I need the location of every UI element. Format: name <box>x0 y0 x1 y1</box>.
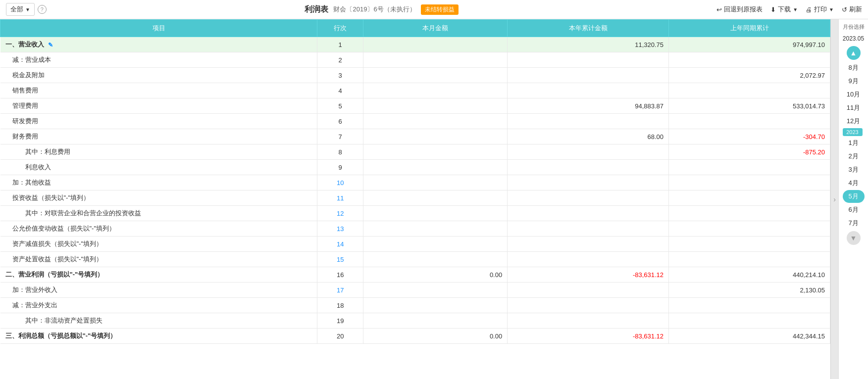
cell-prev-year: 2,072.97 <box>669 68 830 83</box>
refresh-button[interactable]: ↺ 刷新 <box>842 5 862 14</box>
month-item[interactable]: 10月 <box>843 88 865 101</box>
back-to-original-button[interactable]: ↩ 回退到原报表 <box>716 5 763 14</box>
cell-prev-year: 442,344.15 <box>669 329 830 344</box>
cell-item: 税金及附加 <box>0 68 317 83</box>
table-row: 资产减值损失（损失以"-"填列）14 <box>0 237 830 252</box>
header-prev-year: 上年同期累计 <box>669 20 830 37</box>
month-item[interactable]: 6月 <box>843 203 865 216</box>
month-item[interactable]: 4月 <box>843 177 865 190</box>
cell-prev-year <box>669 190 830 206</box>
month-item[interactable]: 11月 <box>843 101 865 114</box>
cell-current-month <box>363 206 508 221</box>
cell-prev-year <box>669 160 830 175</box>
table-row: 三、利润总额（亏损总额以"-"号填列）200.00-83,631.12442,3… <box>0 329 830 344</box>
cell-row-num[interactable]: 10 <box>317 175 363 190</box>
table-row: 财务费用768.00-304.70 <box>0 129 830 144</box>
cell-ytd <box>508 144 669 160</box>
cell-item: 资产处置收益（损失以"-"填列） <box>0 252 317 267</box>
table-row: 投资收益（损失以"-"填列）11 <box>0 190 830 206</box>
cell-row-num: 20 <box>317 329 363 344</box>
download-button[interactable]: ⬇ 下载 ▼ <box>770 5 798 14</box>
cell-item: 销售费用 <box>0 83 317 98</box>
cell-prev-year: -304.70 <box>669 129 830 144</box>
cell-item: 加：营业外收入 <box>0 283 317 298</box>
cell-item: 其中：非流动资产处置损失 <box>0 313 317 329</box>
cell-current-month <box>363 221 508 237</box>
cell-item: 管理费用 <box>0 98 317 114</box>
table-row: 其中：对联营企业和合营企业的投资收益12 <box>0 206 830 221</box>
month-item[interactable]: 5月 <box>843 190 865 203</box>
cell-prev-year <box>669 206 830 221</box>
cell-prev-year <box>669 252 830 267</box>
cell-prev-year: 440,214.10 <box>669 267 830 283</box>
cell-current-month <box>363 83 508 98</box>
download-arrow-icon: ▼ <box>793 7 798 12</box>
month-nav-down[interactable]: ▼ <box>847 231 861 245</box>
status-badge: 未结转损益 <box>421 4 459 15</box>
cell-item: 公允价值变动收益（损失以"-"填列） <box>0 221 317 237</box>
cell-row-num[interactable]: 12 <box>317 206 363 221</box>
month-item[interactable]: 9月 <box>843 75 865 88</box>
cell-ytd <box>508 206 669 221</box>
cell-ytd <box>508 175 669 190</box>
refresh-icon: ↺ <box>842 6 847 13</box>
help-icon[interactable]: ? <box>38 5 47 14</box>
cell-prev-year <box>669 313 830 329</box>
cell-prev-year: 2,130.05 <box>669 283 830 298</box>
month-nav-up[interactable]: ▲ <box>847 46 861 60</box>
cell-item: 三、利润总额（亏损总额以"-"号填列） <box>0 329 317 344</box>
cell-ytd <box>508 298 669 313</box>
report-subtitle: 财会〔2019〕6号（未执行） <box>333 5 415 14</box>
cell-prev-year <box>669 175 830 190</box>
cell-ytd <box>508 237 669 252</box>
cell-item: 资产减值损失（损失以"-"填列） <box>0 237 317 252</box>
print-button[interactable]: 🖨 打印 ▼ <box>806 5 834 14</box>
cell-item: 减：营业成本 <box>0 52 317 68</box>
cell-row-num[interactable]: 17 <box>317 283 363 298</box>
table-row: 利息收入9 <box>0 160 830 175</box>
cell-item: 其中：对联营企业和合营企业的投资收益 <box>0 206 317 221</box>
cell-prev-year <box>669 114 830 129</box>
cell-prev-year <box>669 237 830 252</box>
action-buttons: ↩ 回退到原报表 ⬇ 下载 ▼ 🖨 打印 ▼ ↺ 刷新 <box>716 5 862 14</box>
month-item[interactable]: 12月 <box>843 115 865 128</box>
month-item[interactable]: 1月 <box>843 137 865 149</box>
print-icon: 🖨 <box>806 6 812 13</box>
cell-prev-year: 974,997.10 <box>669 37 830 52</box>
cell-prev-year: -875.20 <box>669 144 830 160</box>
cell-ytd <box>508 114 669 129</box>
edit-icon[interactable]: ✎ <box>48 42 53 48</box>
cell-ytd: -83,631.12 <box>508 329 669 344</box>
cell-row-num[interactable]: 13 <box>317 221 363 237</box>
table-row: 其中：非流动资产处置损失19 <box>0 313 830 329</box>
cell-current-month <box>363 68 508 83</box>
cell-row-num: 8 <box>317 144 363 160</box>
cell-item: 二、营业利润（亏损以"-"号填列） <box>0 267 317 283</box>
cell-item: 减：营业外支出 <box>0 298 317 313</box>
cell-row-num[interactable]: 15 <box>317 252 363 267</box>
header-current-month: 本月金额 <box>363 20 508 37</box>
table-row: 销售费用4 <box>0 83 830 98</box>
month-item[interactable]: 8月 <box>843 61 865 74</box>
cell-row-num: 18 <box>317 298 363 313</box>
cell-current-month <box>363 129 508 144</box>
month-item[interactable]: 7月 <box>843 217 865 230</box>
cell-row-num: 19 <box>317 313 363 329</box>
year-badge[interactable]: 2023 <box>843 128 863 136</box>
month-item[interactable]: 3月 <box>843 163 865 176</box>
table-row: 管理费用594,883.87533,014.73 <box>0 98 830 114</box>
cell-current-month: 0.00 <box>363 267 508 283</box>
dropdown-arrow-icon: ▼ <box>25 7 30 12</box>
cell-row-num[interactable]: 11 <box>317 190 363 206</box>
cell-current-month <box>363 252 508 267</box>
cell-current-month <box>363 298 508 313</box>
sidebar-toggle[interactable]: › <box>830 19 838 379</box>
cell-row-num[interactable]: 14 <box>317 237 363 252</box>
cell-item: 加：其他收益 <box>0 175 317 190</box>
cell-current-month <box>363 283 508 298</box>
cell-ytd <box>508 221 669 237</box>
month-item[interactable]: 2月 <box>843 150 865 163</box>
cell-current-month <box>363 37 508 52</box>
cell-row-num: 9 <box>317 160 363 175</box>
scope-dropdown[interactable]: 全部 ▼ <box>6 3 35 16</box>
